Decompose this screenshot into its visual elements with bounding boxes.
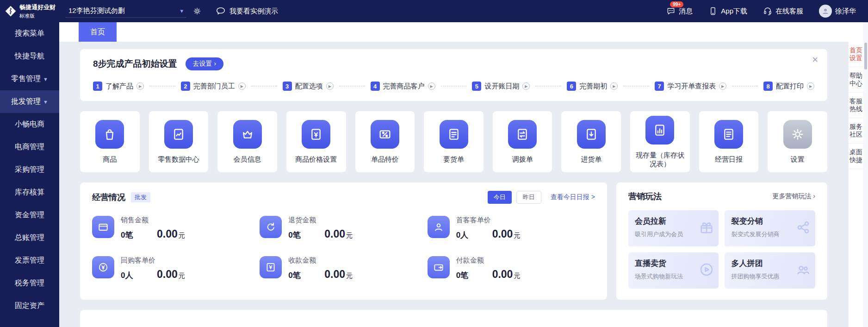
app-label: 零售数据中心 [158, 155, 199, 164]
setup-step-1[interactable]: 1 了解产品 ▶ [93, 82, 144, 91]
play-video-icon[interactable]: ▶ [136, 82, 144, 90]
play-video-icon[interactable]: ▶ [522, 82, 530, 90]
sidebar-item-label: 固定资产 [15, 301, 44, 311]
step-number: 7 [655, 82, 664, 91]
setup-steps: 1 了解产品 ▶ 2 完善部门员工 ▶ 3 配置选项 ▶ 4 完善商品客户 ▶ … [93, 82, 814, 91]
sidebar-item-ecom-mgmt[interactable]: 电商管理 [0, 136, 59, 158]
live-video-icon [698, 261, 715, 280]
metric-count: 0人 [456, 230, 492, 240]
play-video-icon[interactable]: ▶ [326, 82, 334, 90]
setup-step-4[interactable]: 4 完善商品客户 ▶ [371, 82, 435, 91]
app-transfer-order[interactable]: 调拨单 [493, 111, 552, 172]
demo-link[interactable]: 我要看实例演示 [216, 6, 278, 16]
sidebar-item-label: 批发管理 [11, 97, 41, 107]
app-purchase-order[interactable]: 进货单 [561, 111, 621, 172]
app-price-settings[interactable]: 商品价格设置 [286, 111, 346, 172]
metric-label: 退货金额 [288, 216, 353, 225]
org-selector[interactable]: 12李艳芬测试勿删 ▾ [66, 5, 186, 18]
app-stock-on-hand[interactable]: 现存量（库存状况表） [630, 111, 690, 172]
metric-count: 0笔 [288, 230, 324, 240]
sidebar-item-search-menu[interactable]: 搜索菜单 [0, 22, 59, 45]
sidebar-item-tax-mgmt[interactable]: 税务管理 [0, 272, 59, 295]
chevron-down-icon: ▼ [43, 99, 48, 105]
rail-tab-help-center[interactable]: 帮助中心 [849, 67, 863, 93]
step-connector [732, 86, 758, 87]
step-connector [339, 86, 365, 87]
setup-step-8[interactable]: 8 配置打印 ▶ [763, 82, 814, 91]
play-video-icon[interactable]: ▶ [428, 82, 435, 90]
demo-link-label: 我要看实例演示 [229, 7, 278, 16]
daily-report-link[interactable]: 查看今日日报 > [551, 193, 595, 201]
marketing-card-group-buying[interactable]: 多人拼团 拼团购物享受优惠 [725, 252, 815, 289]
setup-step-7[interactable]: 7 学习开单查报表 ▶ [655, 82, 726, 91]
app-download-button[interactable]: App下载 [708, 6, 747, 16]
rail-tab-service-community[interactable]: 服务社区 [849, 118, 863, 144]
app-daily-report[interactable]: 经营日报 [699, 111, 759, 172]
marketing-card-live-selling[interactable]: 直播卖货 场景式购物新玩法 [628, 252, 719, 289]
sidebar-item-fixed-assets[interactable]: 固定资产 [0, 295, 59, 317]
sidebar-item-wholesale-mgmt[interactable]: 批发管理▼ [0, 90, 59, 113]
user-menu[interactable]: 徐泽华 [819, 5, 856, 18]
rail-tab-service-hotline[interactable]: 客服热线 [849, 93, 863, 118]
business-panel-title: 经营情况 [92, 192, 125, 203]
step-number: 4 [371, 82, 380, 91]
sidebar-item-inventory-accounting[interactable]: 库存核算 [0, 181, 59, 204]
scrollbar-thumb[interactable] [864, 43, 867, 69]
transfer-doc-icon [508, 120, 537, 149]
play-video-icon[interactable]: ▶ [238, 82, 246, 90]
app-member-info[interactable]: 会员信息 [217, 111, 277, 172]
go-setup-button[interactable]: 去设置 › [186, 57, 224, 70]
step-label: 完善部门员工 [193, 82, 235, 91]
sidebar-item-purchase-mgmt[interactable]: 采购管理 [0, 158, 59, 181]
online-support-button[interactable]: 在线客服 [763, 6, 803, 16]
marketing-card-member-acquisition[interactable]: 会员拉新 吸引用户成为会员 [628, 210, 719, 246]
sidebar-item-label: 搜索菜单 [15, 29, 44, 38]
sidebar-item-label: 库存核算 [15, 188, 44, 197]
setup-step-3[interactable]: 3 配置选项 ▶ [283, 82, 334, 91]
today-button[interactable]: 今日 [488, 191, 512, 204]
play-video-icon[interactable]: ▶ [719, 82, 726, 90]
online-support-label: 在线客服 [775, 7, 803, 16]
messages-badge: 99+ [670, 1, 683, 7]
app-download-label: App下载 [721, 7, 747, 16]
messages-button[interactable]: 99+ 消息 [666, 6, 693, 16]
app-settings[interactable]: 设置 [768, 111, 827, 172]
purchase-doc-icon [577, 120, 606, 149]
app-retail-data-center[interactable]: 零售数据中心 [149, 111, 209, 172]
setup-step-2[interactable]: 2 完善部门员工 ▶ [181, 82, 246, 91]
sidebar-item-general-ledger[interactable]: 总账管理 [0, 226, 59, 249]
yesterday-button[interactable]: 昨日 [516, 191, 541, 204]
setup-step-5[interactable]: 5 设开账日期 ▶ [472, 82, 530, 91]
metric-unit: 元 [514, 232, 520, 240]
more-marketing-link[interactable]: 更多营销玩法 › [772, 192, 815, 201]
setup-step-6[interactable]: 6 完善期初 ▶ [567, 82, 618, 91]
more-marketing-label: 更多营销玩法 [772, 192, 811, 200]
percent-icon [371, 120, 399, 149]
sidebar-item-label: 税务管理 [15, 278, 44, 288]
sidebar-item-quick-nav[interactable]: 快捷导航 [0, 45, 59, 68]
app-label: 进货单 [581, 155, 601, 164]
app-label: 调拨单 [512, 155, 533, 164]
metric-first-customer-price: 首客客单价 0人 0.00 元 [428, 216, 595, 240]
vertical-scrollbar[interactable] [863, 22, 868, 327]
play-video-icon[interactable]: ▶ [610, 82, 618, 90]
rail-tab-desktop-shortcut[interactable]: 桌面快捷 [849, 144, 863, 169]
logo-title: 畅捷通好业财 [19, 3, 56, 12]
sidebar-item-retail-mgmt[interactable]: 零售管理▼ [0, 68, 59, 90]
sidebar-item-funds-mgmt[interactable]: 资金管理 [0, 204, 59, 226]
sidebar: 搜索菜单 快捷导航 零售管理▼ 批发管理▼ 小畅电商 电商管理 采购管理 库存核… [0, 22, 59, 327]
marketing-card-fission-distribution[interactable]: 裂变分销 裂变式发展分销商 [725, 210, 815, 246]
app-special-price[interactable]: 单品特价 [355, 111, 415, 172]
app-goods[interactable]: 商品 [80, 111, 140, 172]
play-video-icon[interactable]: ▶ [807, 82, 814, 90]
rail-tab-home-settings[interactable]: 首页设置 [849, 42, 863, 67]
metric-count: 0笔 [456, 270, 492, 281]
tab-home[interactable]: 首页 [79, 22, 117, 42]
close-icon[interactable]: × [812, 55, 818, 65]
sidebar-item-xiaochang-ecom[interactable]: 小畅电商 [0, 113, 59, 136]
marketing-panel-title: 营销玩法 [628, 191, 662, 202]
sidebar-item-invoice-mgmt[interactable]: 发票管理 [0, 249, 59, 272]
org-settings-gear-icon[interactable] [192, 6, 202, 16]
metric-unit: 元 [346, 232, 353, 240]
app-goods-request-order[interactable]: 要货单 [424, 111, 484, 172]
